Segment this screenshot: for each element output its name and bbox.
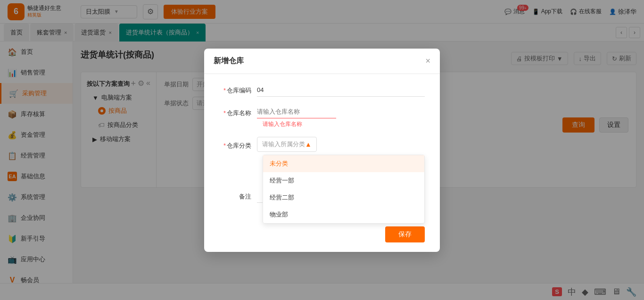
warehouse-code-input[interactable]	[257, 83, 425, 97]
new-warehouse-modal: 新增仓库 × *仓库编码 *仓库名称	[204, 49, 440, 252]
form-row-code: *仓库编码	[219, 83, 425, 97]
chevron-up-icon: ▲	[305, 141, 312, 148]
modal-overlay: 新增仓库 × *仓库编码 *仓库名称	[0, 0, 644, 300]
warehouse-name-input[interactable]	[257, 105, 336, 118]
modal-body: *仓库编码 *仓库名称 请输入仓库名称	[204, 74, 440, 221]
form-row-category: *仓库分类 请输入所属分类 ▲ 未分类 经营一部 经营二部 物业部	[219, 137, 425, 152]
form-row-name: *仓库名称 请输入仓库名称	[219, 105, 425, 128]
modal-header: 新增仓库 ×	[204, 49, 440, 74]
name-label: *仓库名称	[219, 106, 257, 117]
category-placeholder: 请输入所属分类	[262, 140, 305, 149]
save-button[interactable]: 保存	[385, 226, 425, 242]
category-label: *仓库分类	[219, 139, 257, 150]
modal-footer: 保存	[204, 221, 440, 252]
dropdown-item-dept2[interactable]: 经营二部	[263, 189, 424, 206]
dropdown-item-property[interactable]: 物业部	[263, 206, 424, 223]
dropdown-item-dept1[interactable]: 经营一部	[263, 172, 424, 189]
name-error-msg: 请输入仓库名称	[263, 121, 302, 127]
modal-title: 新增仓库	[214, 56, 244, 66]
dropdown-item-unclassified[interactable]: 未分类	[263, 155, 424, 172]
category-dropdown-menu: 未分类 经营一部 经营二部 物业部	[263, 155, 425, 224]
code-label: *仓库编码	[219, 83, 257, 95]
category-dropdown-trigger[interactable]: 请输入所属分类 ▲	[257, 137, 317, 152]
remark-label: 备注	[219, 190, 257, 201]
modal-close-button[interactable]: ×	[425, 56, 430, 66]
